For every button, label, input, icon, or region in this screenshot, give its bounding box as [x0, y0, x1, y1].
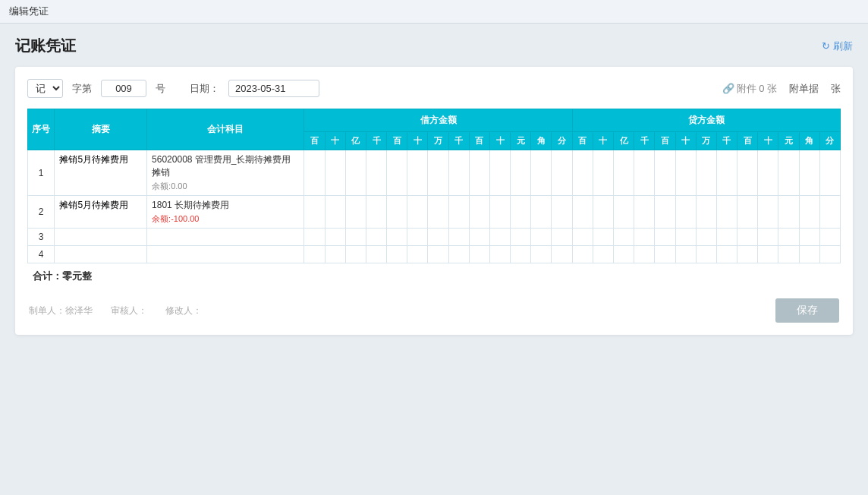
debit-cell-0-3[interactable] [366, 150, 386, 196]
credit-cell-1-7[interactable] [716, 196, 737, 229]
credit-cell-3-9[interactable] [758, 246, 778, 263]
credit-cell-2-12[interactable] [819, 229, 840, 246]
debit-cell-0-6[interactable] [428, 150, 448, 196]
credit-cell-2-1[interactable] [593, 229, 613, 246]
credit-cell-1-11[interactable] [799, 196, 819, 229]
summary-cell-0[interactable]: 摊销5月待摊费用 [55, 150, 147, 196]
debit-cell-0-1[interactable] [325, 150, 345, 196]
debit-cell-0-4[interactable] [387, 150, 407, 196]
credit-cell-2-3[interactable] [634, 229, 655, 246]
credit-cell-2-5[interactable] [675, 229, 696, 246]
credit-cell-0-4[interactable] [655, 150, 675, 196]
debit-cell-2-11[interactable] [531, 229, 552, 246]
voucher-number-input[interactable] [101, 80, 146, 97]
debit-cell-1-8[interactable] [469, 196, 489, 229]
credit-cell-3-0[interactable] [572, 246, 593, 263]
debit-cell-2-8[interactable] [469, 229, 489, 246]
debit-cell-3-5[interactable] [407, 246, 428, 263]
credit-cell-2-0[interactable] [572, 229, 593, 246]
credit-cell-0-3[interactable] [634, 150, 655, 196]
debit-cell-0-10[interactable] [511, 150, 531, 196]
voucher-type-select[interactable]: 记 [27, 79, 63, 98]
credit-cell-0-2[interactable] [614, 150, 634, 196]
refresh-button[interactable]: ↻ 刷新 [822, 39, 853, 53]
debit-cell-2-4[interactable] [387, 229, 407, 246]
credit-cell-1-2[interactable] [614, 196, 634, 229]
credit-cell-2-7[interactable] [716, 229, 737, 246]
summary-cell-2[interactable] [55, 229, 147, 246]
debit-cell-0-0[interactable] [304, 150, 325, 196]
debit-cell-0-11[interactable] [531, 150, 552, 196]
save-button[interactable]: 保存 [775, 298, 839, 323]
debit-cell-2-2[interactable] [345, 229, 366, 246]
debit-cell-3-0[interactable] [304, 246, 325, 263]
account-cell-2[interactable] [147, 229, 304, 246]
credit-cell-0-1[interactable] [593, 150, 613, 196]
credit-cell-3-12[interactable] [819, 246, 840, 263]
date-input[interactable] [228, 80, 319, 97]
debit-cell-3-8[interactable] [469, 246, 489, 263]
credit-cell-2-2[interactable] [614, 229, 634, 246]
debit-cell-1-1[interactable] [325, 196, 345, 229]
credit-cell-3-10[interactable] [778, 246, 799, 263]
debit-cell-3-1[interactable] [325, 246, 345, 263]
credit-cell-2-10[interactable] [778, 229, 799, 246]
debit-cell-0-5[interactable] [407, 150, 428, 196]
summary-cell-1[interactable]: 摊销5月待摊费用 [55, 196, 147, 229]
debit-cell-1-9[interactable] [489, 196, 510, 229]
debit-cell-2-0[interactable] [304, 229, 325, 246]
credit-cell-1-12[interactable] [819, 196, 840, 229]
debit-cell-3-9[interactable] [489, 246, 510, 263]
credit-cell-0-8[interactable] [737, 150, 758, 196]
credit-cell-0-5[interactable] [675, 150, 696, 196]
credit-cell-3-4[interactable] [655, 246, 675, 263]
credit-cell-1-8[interactable] [737, 196, 758, 229]
credit-cell-1-9[interactable] [758, 196, 778, 229]
debit-cell-3-12[interactable] [552, 246, 572, 263]
debit-cell-1-12[interactable] [552, 196, 572, 229]
credit-cell-3-5[interactable] [675, 246, 696, 263]
credit-cell-3-11[interactable] [799, 246, 819, 263]
debit-cell-0-12[interactable] [552, 150, 572, 196]
debit-cell-1-7[interactable] [448, 196, 469, 229]
debit-cell-3-6[interactable] [428, 246, 448, 263]
credit-cell-1-1[interactable] [593, 196, 613, 229]
summary-cell-3[interactable] [55, 246, 147, 263]
credit-cell-2-9[interactable] [758, 229, 778, 246]
credit-cell-0-6[interactable] [696, 150, 716, 196]
credit-cell-1-10[interactable] [778, 196, 799, 229]
credit-cell-3-7[interactable] [716, 246, 737, 263]
debit-cell-2-7[interactable] [448, 229, 469, 246]
debit-cell-1-5[interactable] [407, 196, 428, 229]
attach-doc-button[interactable]: 附单据 [789, 82, 819, 96]
debit-cell-2-12[interactable] [552, 229, 572, 246]
debit-cell-1-6[interactable] [428, 196, 448, 229]
debit-cell-1-3[interactable] [366, 196, 386, 229]
debit-cell-1-4[interactable] [387, 196, 407, 229]
debit-cell-3-3[interactable] [366, 246, 386, 263]
debit-cell-1-0[interactable] [304, 196, 325, 229]
debit-cell-2-6[interactable] [428, 229, 448, 246]
account-cell-0[interactable]: 56020008 管理费用_长期待摊费用摊销余额:0.00 [147, 150, 304, 196]
debit-cell-0-7[interactable] [448, 150, 469, 196]
debit-cell-0-8[interactable] [469, 150, 489, 196]
credit-cell-3-2[interactable] [614, 246, 634, 263]
attachment-link[interactable]: 🔗 附件 0 张 [722, 82, 777, 96]
debit-cell-3-2[interactable] [345, 246, 366, 263]
credit-cell-1-3[interactable] [634, 196, 655, 229]
credit-cell-0-9[interactable] [758, 150, 778, 196]
debit-cell-1-10[interactable] [511, 196, 531, 229]
debit-cell-2-5[interactable] [407, 229, 428, 246]
debit-cell-1-2[interactable] [345, 196, 366, 229]
credit-cell-0-0[interactable] [572, 150, 593, 196]
credit-cell-0-11[interactable] [799, 150, 819, 196]
account-cell-3[interactable] [147, 246, 304, 263]
debit-cell-3-11[interactable] [531, 246, 552, 263]
account-cell-1[interactable]: 1801 长期待摊费用余额:-100.00 [147, 196, 304, 229]
debit-cell-0-2[interactable] [345, 150, 366, 196]
credit-cell-2-4[interactable] [655, 229, 675, 246]
credit-cell-1-4[interactable] [655, 196, 675, 229]
credit-cell-2-6[interactable] [696, 229, 716, 246]
debit-cell-2-10[interactable] [511, 229, 531, 246]
credit-cell-3-3[interactable] [634, 246, 655, 263]
